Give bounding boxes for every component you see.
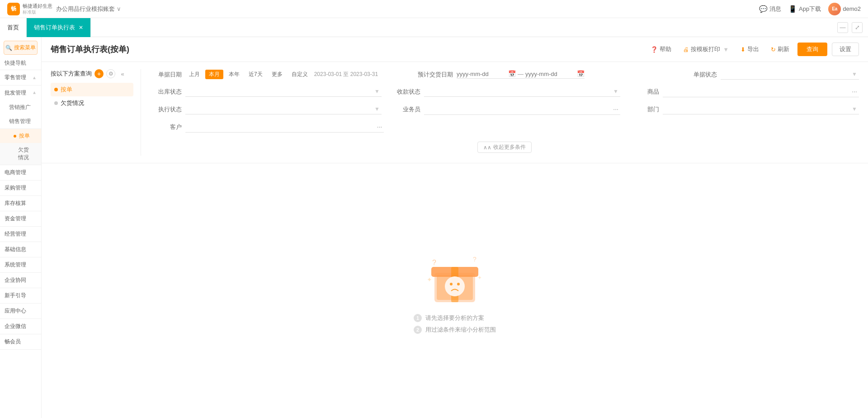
breadcrumb-arrow[interactable]: ∨ <box>117 5 121 12</box>
collapse-more-btn[interactable]: ∧∧ 收起更多条件 <box>477 142 532 153</box>
sidebar-section-sales[interactable]: 销售管理 <box>0 114 41 128</box>
filter-row-2: 出库状态 ▼ 收款状态 ▼ <box>150 86 859 97</box>
wholesale-arrow-icon: ▼ <box>32 90 37 95</box>
app-download-btn[interactable]: 📱 App下载 <box>788 5 821 13</box>
empty-steps: 1 请先选择要分析的方案 2 用过滤条件来缩小分析范围 <box>414 314 496 334</box>
user-area[interactable]: Ea demo2 <box>828 3 861 15</box>
filter-dept: 部门 ▼ <box>627 104 859 114</box>
filter-panel: 按以下方案查询 + ⚙ « 按单 欠货情况 <box>42 62 868 163</box>
operation-header[interactable]: 经营管理 <box>0 227 41 242</box>
page-actions: ❓ 帮助 🖨 按模板打印 ▼ ⬇ 导出 ↻ 刷新 查询 设置 <box>647 43 859 56</box>
basic-header[interactable]: 基础信息 <box>0 242 41 257</box>
date-tab-last-month[interactable]: 上月 <box>185 70 203 79</box>
basic-label: 基础信息 <box>5 246 26 253</box>
finance-header[interactable]: 资金管理 <box>0 211 41 226</box>
breadcrumb-area: 办公用品行业模拟账套 ∨ <box>56 5 121 13</box>
tab-minimize-btn[interactable]: — <box>837 22 848 33</box>
ecommerce-header[interactable]: 电商管理 <box>0 165 41 180</box>
product-input[interactable]: ··· <box>663 86 859 97</box>
date-tab-custom[interactable]: 自定义 <box>288 70 311 79</box>
plan-label: 按单 <box>61 86 72 94</box>
inventory-header[interactable]: 库存核算 <box>0 196 41 211</box>
salesperson-more-icon[interactable]: ··· <box>613 105 618 113</box>
expected-date-start-input[interactable] <box>457 71 506 77</box>
svg-text:?: ? <box>432 259 436 266</box>
enterprise-header[interactable]: 企业协同 <box>0 273 41 288</box>
empty-illustration: ? ? ✦ ✦ <box>423 248 486 307</box>
setting-plan-btn[interactable]: ⚙ <box>106 69 115 78</box>
salesperson-label: 业务员 <box>389 105 420 114</box>
wholesale-header[interactable]: 批发管理 ▼ <box>0 86 41 100</box>
date-tab-this-month[interactable]: 本月 <box>205 70 223 79</box>
wholesale-label: 批发管理 <box>5 89 26 97</box>
doc-status-label: 单据状态 <box>685 71 717 79</box>
wechat-header[interactable]: 企业微信 <box>0 319 41 334</box>
expected-date-group: 📅 — 📅 <box>457 70 585 79</box>
sidebar-section-marketing[interactable]: 营销推广 <box>0 100 41 114</box>
receive-status-select[interactable]: ▼ <box>424 86 620 97</box>
svg-text:✦: ✦ <box>427 276 432 283</box>
svg-point-6 <box>457 283 460 285</box>
tab-maximize-btn[interactable]: ⤢ <box>852 22 863 33</box>
filter-rows: 单据日期 上月 本月 本年 近7天 更多 自定义 <box>150 69 859 156</box>
retail-header[interactable]: 零售管理 ▲ <box>0 70 41 85</box>
filter-left-title: 按以下方案查询 + ⚙ « <box>51 69 133 78</box>
expected-date-end-input[interactable] <box>525 71 575 77</box>
export-btn[interactable]: ⬇ 导出 <box>737 43 763 55</box>
tab-sales-label: 销售订单执行表 <box>34 24 75 32</box>
settings-btn[interactable]: 设置 <box>832 43 859 56</box>
svg-text:?: ? <box>473 256 476 263</box>
arrears-plan-item[interactable]: 欠货情况 <box>51 96 133 110</box>
tab-sales-order-execution[interactable]: 销售订单执行表 ✕ <box>27 18 91 37</box>
customer-label: 客户 <box>150 123 182 131</box>
doc-status-select[interactable]: ▼ <box>721 69 859 80</box>
app-center-header[interactable]: 应用中心 <box>0 304 41 318</box>
search-menu-btn[interactable]: 🔍 搜索菜单 <box>4 41 38 55</box>
shortcut-nav-item[interactable]: 快捷导航 <box>0 57 41 70</box>
empty-state: ? ? ✦ ✦ 1 请先选择要分析的方案 2 用过滤条件来缩小分析范围 <box>42 163 868 418</box>
refresh-btn[interactable]: ↻ 刷新 <box>767 43 793 55</box>
filter-row-3: 执行状态 ▼ 业务员 ··· <box>150 104 859 115</box>
page-title: 销售订单执行表(按单) <box>51 44 129 55</box>
system-header[interactable]: 系统管理 <box>0 257 41 272</box>
message-icon: 💬 <box>759 5 768 13</box>
customer-input[interactable]: ··· <box>185 121 384 133</box>
sidebar-section-enterprise: 企业协同 <box>0 273 41 288</box>
filter-product: 商品 ··· <box>627 86 859 97</box>
stock-status-select[interactable]: ▼ <box>185 86 382 97</box>
export-icon: ⬇ <box>741 46 745 53</box>
member-header[interactable]: 畅会员 <box>0 334 41 349</box>
calendar-start-icon[interactable]: 📅 <box>508 70 516 77</box>
collapse-plan-btn[interactable]: « <box>118 69 127 78</box>
purchase-header[interactable]: 采购管理 <box>0 180 41 195</box>
add-plan-btn[interactable]: + <box>94 69 104 78</box>
tab-home[interactable]: 首页 <box>0 18 27 37</box>
guide-header[interactable]: 新手引导 <box>0 288 41 303</box>
arrears-item[interactable]: 欠货情况 <box>0 143 41 165</box>
customer-more-icon[interactable]: ··· <box>377 123 382 130</box>
dept-select[interactable]: ▼ <box>663 104 859 114</box>
exec-arrow-icon: ▼ <box>374 106 380 112</box>
tab-close-icon[interactable]: ✕ <box>79 24 83 31</box>
query-btn[interactable]: 查询 <box>797 43 827 56</box>
shortcut-label: 快捷导航 <box>5 59 26 67</box>
product-more-icon[interactable]: ··· <box>852 88 857 95</box>
date-tab-7days[interactable]: 近7天 <box>245 70 266 79</box>
print-btn[interactable]: 🖨 按模板打印 ▼ <box>679 43 732 55</box>
wechat-label: 企业微信 <box>5 323 26 330</box>
message-btn[interactable]: 💬 消息 <box>759 5 781 13</box>
doc-status-arrow-icon: ▼ <box>852 71 857 77</box>
exec-status-select[interactable]: ▼ <box>185 104 382 114</box>
pressing-plan-item[interactable]: 按单 <box>51 83 133 96</box>
stock-arrow-icon: ▼ <box>374 88 380 95</box>
finance-label: 资金管理 <box>5 215 26 223</box>
pressing-item[interactable]: 按单 <box>0 129 41 143</box>
salesperson-input[interactable]: ··· <box>424 104 620 115</box>
date-tab-more[interactable]: 更多 <box>268 70 286 79</box>
arrears-plan-dot <box>54 101 58 105</box>
logo-area: 畅 畅捷通好生意 标准版 <box>7 3 52 15</box>
calendar-end-icon[interactable]: 📅 <box>577 70 585 77</box>
date-tab-this-year[interactable]: 本年 <box>225 70 243 79</box>
step-1-num: 1 <box>414 314 422 322</box>
help-btn[interactable]: ❓ 帮助 <box>647 43 675 55</box>
